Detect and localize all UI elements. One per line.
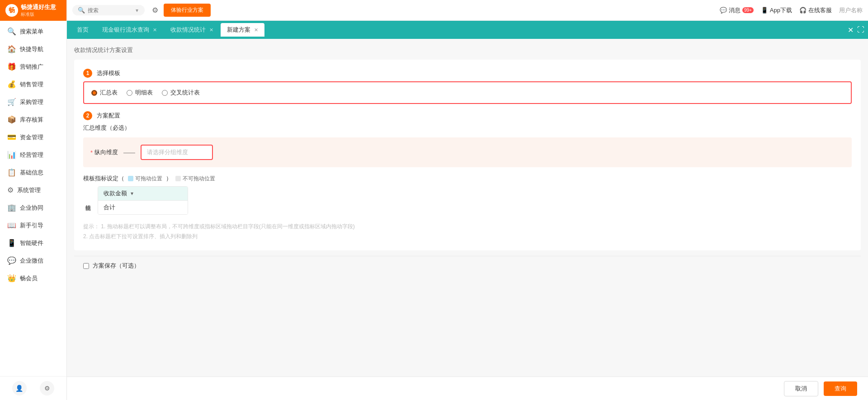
sidebar-item-label: 搜索菜单 bbox=[20, 28, 43, 36]
sidebar-bottom-btn2[interactable]: ⚙ bbox=[40, 381, 54, 395]
app-download-item[interactable]: 📱 App下载 bbox=[761, 6, 792, 14]
metrics-separator: ） bbox=[166, 174, 172, 183]
stat-label: 统计指标 bbox=[83, 186, 92, 215]
marketing-icon: 🎁 bbox=[7, 62, 16, 71]
sidebar-item-member[interactable]: 👑 畅会员 bbox=[0, 269, 66, 287]
new-guide-icon: 📖 bbox=[7, 221, 16, 230]
sidebar-item-corp-coop[interactable]: 🏢 企业协同 bbox=[0, 199, 66, 216]
member-icon: 👑 bbox=[7, 274, 16, 282]
tab-bank-flow-close[interactable]: ✕ bbox=[153, 27, 157, 33]
search-input[interactable] bbox=[88, 7, 133, 14]
main-content: 🔍 ▾ ⚙ 体验行业方案 💬 消息 99+ 📱 App下载 🎧 在线客服 用户名… bbox=[67, 0, 868, 400]
radio-cross-input[interactable] bbox=[162, 90, 168, 96]
corp-wechat-icon: 💬 bbox=[7, 256, 16, 265]
tab-new-plan-close[interactable]: ✕ bbox=[254, 27, 258, 33]
sidebar-item-label: 快捷导航 bbox=[20, 45, 43, 53]
cancel-button[interactable]: 取消 bbox=[784, 381, 818, 396]
tab-bank-flow-label: 现金银行流水查询 bbox=[102, 26, 149, 34]
radio-cross-label: 交叉统计表 bbox=[170, 89, 200, 97]
sidebar-item-sales[interactable]: 💰 销售管理 bbox=[0, 75, 66, 93]
movable-label: 可拖动位置 bbox=[135, 175, 162, 183]
sidebar-item-system[interactable]: ⚙ 系统管理 bbox=[0, 181, 66, 199]
save-checkbox[interactable] bbox=[83, 263, 89, 269]
query-button[interactable]: 查询 bbox=[824, 381, 857, 396]
service-icon: 🎧 bbox=[799, 7, 807, 14]
system-icon: ⚙ bbox=[7, 186, 14, 194]
sidebar-item-smart-hw[interactable]: 📱 智能硬件 bbox=[0, 234, 66, 252]
movable-dot bbox=[128, 176, 133, 181]
sidebar-item-search-menu[interactable]: 🔍 搜索菜单 bbox=[0, 23, 66, 40]
step1-label: 选择模板 bbox=[97, 69, 120, 77]
radio-detail[interactable]: 明细表 bbox=[127, 89, 153, 97]
message-icon: 💬 bbox=[720, 7, 727, 14]
gear-icon[interactable]: ⚙ bbox=[152, 6, 158, 14]
col-header-label: 收款金额 bbox=[104, 189, 127, 198]
sidebar-bottom: 👤 ⚙ bbox=[0, 376, 66, 400]
step2-row: 2 方案配置 bbox=[83, 111, 852, 120]
fixed-label: 不可拖动位置 bbox=[183, 175, 215, 183]
tabs-bar: 首页 现金银行流水查询 ✕ 收款情况统计 ✕ 新建方案 ✕ ✕ ⛶ bbox=[67, 21, 868, 39]
metrics-table-area: 统计指标 收款金额 ▾ 合计 bbox=[83, 186, 852, 215]
search-dropdown-arrow[interactable]: ▾ bbox=[136, 7, 138, 14]
message-item[interactable]: 💬 消息 99+ bbox=[720, 6, 754, 14]
sidebar-item-finance[interactable]: 💳 资金管理 bbox=[0, 128, 66, 146]
sidebar-item-operations[interactable]: 📊 经营管理 bbox=[0, 146, 66, 164]
sidebar-item-quick-nav[interactable]: 🏠 快捷导航 bbox=[0, 40, 66, 58]
breadcrumb: 收款情况统计方案设置 bbox=[74, 46, 861, 54]
save-label[interactable]: 方案保存（可选） bbox=[93, 262, 140, 270]
tab-new-plan[interactable]: 新建方案 ✕ bbox=[221, 23, 264, 37]
sales-icon: 💰 bbox=[7, 80, 16, 89]
radio-detail-input[interactable] bbox=[127, 90, 132, 96]
search-bar[interactable]: 🔍 ▾ bbox=[72, 5, 145, 15]
sidebar-nav: 🔍 搜索菜单 🏠 快捷导航 🎁 营销推广 💰 销售管理 🛒 采购管理 📦 库存核… bbox=[0, 21, 66, 376]
tab-collection-stat-close[interactable]: ✕ bbox=[209, 27, 213, 33]
header-right: 💬 消息 99+ 📱 App下载 🎧 在线客服 用户名称 bbox=[720, 6, 863, 14]
sidebar-item-label: 企业微信 bbox=[20, 257, 43, 265]
radio-summary[interactable]: 汇总表 bbox=[91, 89, 118, 97]
col-dropdown-arrow[interactable]: ▾ bbox=[131, 190, 133, 197]
corp-coop-icon: 🏢 bbox=[7, 203, 16, 212]
tab-collection-stat[interactable]: 收款情况统计 ✕ bbox=[164, 23, 220, 37]
sidebar-item-base-info[interactable]: 📋 基础信息 bbox=[0, 164, 66, 181]
template-section: 汇总表 明细表 交叉统计表 bbox=[83, 81, 852, 104]
tab-home[interactable]: 首页 bbox=[71, 23, 95, 37]
trial-button[interactable]: 体验行业方案 bbox=[164, 4, 211, 17]
search-menu-icon: 🔍 bbox=[7, 27, 16, 36]
config-card: 1 选择模板 汇总表 明细表 bbox=[74, 60, 861, 250]
fixed-badge: 不可拖动位置 bbox=[175, 175, 215, 183]
service-item[interactable]: 🎧 在线客服 bbox=[799, 6, 832, 14]
radio-summary-label: 汇总表 bbox=[100, 89, 118, 97]
tab-bank-flow[interactable]: 现金银行流水查询 ✕ bbox=[96, 23, 163, 37]
sidebar-item-inventory[interactable]: 📦 库存核算 bbox=[0, 111, 66, 128]
user-avatar[interactable]: 用户名称 bbox=[839, 6, 863, 14]
radio-cross[interactable]: 交叉统计表 bbox=[162, 89, 200, 97]
dim-row-text: 纵向维度 bbox=[94, 148, 118, 156]
inventory-icon: 📦 bbox=[7, 115, 16, 124]
dim-required-star: * bbox=[90, 149, 93, 156]
operations-icon: 📊 bbox=[7, 151, 16, 159]
metrics-thead: 收款金额 ▾ bbox=[98, 187, 188, 201]
metrics-title: 模板指标设定（ bbox=[83, 174, 124, 183]
sidebar-item-purchase[interactable]: 🛒 采购管理 bbox=[0, 93, 66, 111]
col-subrow-label: 合计 bbox=[104, 204, 115, 211]
sidebar-item-label: 销售管理 bbox=[20, 80, 43, 89]
tabs-maximize-icon[interactable]: ⛶ bbox=[857, 26, 864, 34]
top-header: 🔍 ▾ ⚙ 体验行业方案 💬 消息 99+ 📱 App下载 🎧 在线客服 用户名… bbox=[67, 0, 868, 21]
logo-icon: 畅 bbox=[5, 4, 18, 17]
sidebar-logo: 畅 畅捷通好生意 标准版 bbox=[0, 0, 66, 21]
action-bar: 取消 查询 bbox=[67, 376, 868, 400]
service-label: 在线客服 bbox=[808, 6, 832, 14]
sidebar-item-marketing[interactable]: 🎁 营销推广 bbox=[0, 58, 66, 75]
metrics-tbody: 合计 bbox=[98, 201, 188, 214]
sidebar-item-label: 库存核算 bbox=[20, 116, 43, 124]
radio-summary-input[interactable] bbox=[91, 90, 97, 96]
sidebar: 畅 畅捷通好生意 标准版 🔍 搜索菜单 🏠 快捷导航 🎁 营销推广 💰 销售管理… bbox=[0, 0, 67, 400]
dimension-title: 汇总维度（必选） bbox=[83, 124, 852, 132]
template-radio-group: 汇总表 明细表 交叉统计表 bbox=[91, 89, 200, 97]
sidebar-bottom-btn1[interactable]: 👤 bbox=[12, 381, 27, 395]
tabs-close-icon[interactable]: ✕ bbox=[848, 26, 854, 34]
dimension-select[interactable]: 请选择分组维度 bbox=[141, 145, 213, 160]
sidebar-item-corp-wechat[interactable]: 💬 企业微信 bbox=[0, 252, 66, 269]
sidebar-item-new-guide[interactable]: 📖 新手引导 bbox=[0, 216, 66, 234]
app-icon: 📱 bbox=[761, 7, 768, 14]
